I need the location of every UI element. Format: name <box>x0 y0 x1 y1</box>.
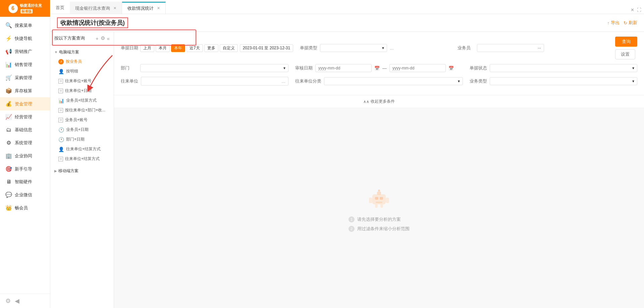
tab-window-close-icon[interactable]: ✕ <box>631 7 634 12</box>
date-btn-this-year[interactable]: 本年 <box>171 44 185 52</box>
tab-home[interactable]: 首页 <box>50 2 70 14</box>
collapse-arrow-icon: ∧∧ <box>363 99 369 104</box>
scheme-item-partner-settle1[interactable]: 👤 往来单位+结算方式 <box>50 144 114 154</box>
dept-label: 部门 <box>121 65 138 71</box>
empty-robot-illustration <box>366 184 392 211</box>
sidebar-item-marketing[interactable]: 📢 营销推广 <box>0 45 50 58</box>
partner-select[interactable]: ... <box>141 77 288 86</box>
scheme-item-partner-settle2[interactable]: ⊟ 往来单位+结算方式 <box>50 154 114 164</box>
scheme-item-label: 业务员+日期 <box>66 127 89 133</box>
scheme-item-label: 往来单位+结算方式 <box>66 146 101 152</box>
date-btn-this-month[interactable]: 本月 <box>156 44 170 52</box>
scheme-item-icon-sq4: ⊟ <box>58 118 63 122</box>
tab-collection-stats-label: 收款情况统计 <box>127 5 154 11</box>
sidebar-item-inventory[interactable]: 📦 库存核算 <box>0 84 50 97</box>
settings-scheme-icon[interactable]: ⚙ <box>101 35 105 41</box>
salesperson-select[interactable]: ··· <box>477 44 544 52</box>
svg-rect-1 <box>375 197 378 200</box>
tip-text-2: 用过滤条件来缩小分析范围 <box>357 226 410 232</box>
sidebar-item-wechat[interactable]: 💬 企业微信 <box>0 188 50 201</box>
scheme-group-desktop-title[interactable]: ▼ 电脑端方案 <box>50 48 114 57</box>
sidebar-item-member[interactable]: 👑 畅会员 <box>0 201 50 214</box>
group-expand-arrow: ▼ <box>54 50 58 54</box>
query-button[interactable]: 查询 <box>615 37 637 47</box>
sidebar-item-label: 企业微信 <box>15 192 32 198</box>
purchase-icon: 🛒 <box>5 74 12 81</box>
sidebar-item-operations[interactable]: 📈 经营管理 <box>0 110 50 123</box>
sidebar-item-hardware[interactable]: 🖥 智能硬件 <box>0 175 50 188</box>
tab-collection-stats[interactable]: 收款情况统计 ✕ <box>122 2 166 14</box>
tab-bank-flow[interactable]: 现金银行流水查询 ✕ <box>70 2 122 14</box>
sidebar-item-label: 销售管理 <box>15 62 32 68</box>
calendar-end-icon[interactable]: 📅 <box>448 66 454 71</box>
settings-icon[interactable]: ⚙ <box>5 297 11 305</box>
tip-text-1: 请先选择要分析的方案 <box>357 216 401 222</box>
filter-settings-button[interactable]: 设置 <box>615 49 635 59</box>
sidebar-item-purchase[interactable]: 🛒 采购管理 <box>0 71 50 84</box>
date-btn-last-month[interactable]: 上月 <box>140 44 154 52</box>
tab-bank-flow-close[interactable]: ✕ <box>113 6 116 10</box>
scheme-item-icon-circle: ↺ <box>58 59 64 64</box>
sidebar-item-search-menu[interactable]: 🔍 搜索菜单 <box>0 19 50 32</box>
collapse-bar[interactable]: ∧∧ 收起更多条件 <box>114 95 644 108</box>
partner-category-select[interactable]: ▾ <box>324 77 463 85</box>
scheme-item-partner-date[interactable]: ⊟ 往来单位+日期 <box>50 86 114 96</box>
tab-bank-flow-label: 现金银行流水查询 <box>75 5 110 11</box>
scheme-item-sales-settle[interactable]: 📊 业务员+结算方式 <box>50 96 114 105</box>
filter-row-3: 往来单位 ... 往来单位分类 ▾ 业务类型 <box>121 77 637 86</box>
svg-rect-9 <box>380 204 383 208</box>
date-label: 单据日期 <box>121 45 138 51</box>
refresh-button[interactable]: ↻ 刷新 <box>624 20 637 26</box>
doc-status-select[interactable]: ▾ <box>490 64 637 72</box>
system-icon: ⚙ <box>5 140 12 146</box>
partner-label: 往来单位 <box>121 78 138 84</box>
doc-type-more-icon[interactable]: ... <box>390 45 394 51</box>
scheme-item-salesperson[interactable]: ↺ 按业务员 <box>50 57 114 66</box>
scheme-group-mobile-title[interactable]: ▶ 移动端方案 <box>50 166 114 175</box>
scheme-item-partner-dept[interactable]: ⊟ 按往来单位+部门+收... <box>50 105 114 115</box>
refresh-icon: ↻ <box>624 20 627 25</box>
version-tag: 标准版 <box>20 9 33 13</box>
salesperson-label: 业务员 <box>458 45 474 51</box>
scheme-item-partner-account[interactable]: ⊟ 往来单位+账号 <box>50 76 114 86</box>
sidebar-item-basic-info[interactable]: 🗂 基础信息 <box>0 123 50 136</box>
scheme-item-detail[interactable]: 👤 按明细 <box>50 66 114 76</box>
date-btn-custom[interactable]: 自定义 <box>220 44 238 52</box>
tab-fullscreen-icon[interactable]: ⛶ <box>637 7 641 12</box>
scheme-item-sales-account[interactable]: ⊟ 业务员+账号 <box>50 115 114 125</box>
sidebar-item-quick-nav[interactable]: ⚡ 快捷导航 <box>0 32 50 45</box>
dept-select[interactable]: ▾ <box>140 64 288 72</box>
sidebar-item-finance[interactable]: 💰 资金管理 <box>0 97 50 110</box>
svg-point-5 <box>378 190 380 192</box>
scheme-item-icon-clock: 🕐 <box>58 127 64 133</box>
tab-collection-stats-close[interactable]: ✕ <box>157 6 160 10</box>
sidebar-item-enterprise[interactable]: 🏢 企业协同 <box>0 149 50 162</box>
export-button[interactable]: ↑ 导出 <box>607 20 620 26</box>
scheme-group-mobile: ▶ 移动端方案 <box>50 165 114 177</box>
date-btn-more[interactable]: 更多 <box>204 44 218 52</box>
page-header-actions: ↑ 导出 ↻ 刷新 <box>607 20 638 26</box>
scheme-list: ▼ 电脑端方案 ↺ 按业务员 👤 按明细 ⊟ <box>50 45 114 308</box>
sidebar-item-sales[interactable]: 📊 销售管理 <box>0 58 50 71</box>
biz-type-select[interactable]: ▾ <box>490 77 637 85</box>
sidebar-item-system[interactable]: ⚙ 系统管理 <box>0 136 50 149</box>
sidebar-item-label: 企业协同 <box>15 153 32 159</box>
scheme-item-label: 业务员+账号 <box>65 117 88 123</box>
scheme-item-icon-clock2: 🕐 <box>58 137 64 142</box>
scheme-item-sales-date[interactable]: 🕐 业务员+日期 <box>50 125 114 135</box>
sidebar-item-guide[interactable]: 🎯 新手引导 <box>0 162 50 175</box>
add-scheme-icon[interactable]: + <box>96 36 99 41</box>
calendar-start-icon[interactable]: 📅 <box>374 66 380 71</box>
review-date-start-input[interactable] <box>315 64 372 72</box>
filter-row-1: 单据日期 上月 本月 本年 近7天 更多 自定义 2023-01-01 至 <box>121 37 637 59</box>
enterprise-icon: 🏢 <box>5 153 12 159</box>
sidebar-item-label: 智能硬件 <box>15 179 32 185</box>
sidebar-menu: 🔍 搜索菜单 ⚡ 快捷导航 📢 营销推广 📊 销售管理 🛒 采购管理 📦 库存核… <box>0 17 50 294</box>
collapse-scheme-icon[interactable]: « <box>107 36 110 41</box>
sidebar-item-label: 基础信息 <box>15 127 32 133</box>
doc-type-select[interactable]: ▾ <box>320 44 387 52</box>
review-date-end-input[interactable] <box>389 64 446 72</box>
collapse-icon[interactable]: ◀ <box>15 297 19 305</box>
date-btn-7days[interactable]: 近7天 <box>186 44 203 52</box>
scheme-item-dept-date[interactable]: 🕐 部门+日期 <box>50 135 114 144</box>
